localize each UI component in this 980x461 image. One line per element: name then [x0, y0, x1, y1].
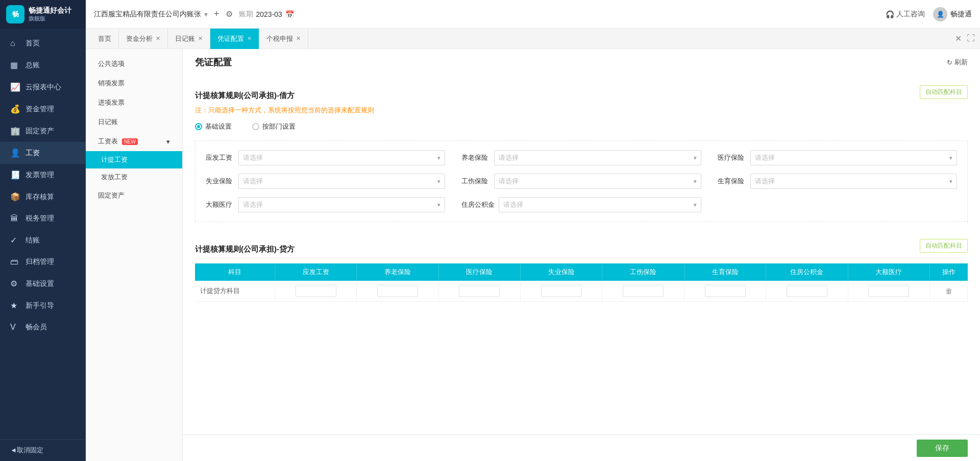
sidebar-item-funds[interactable]: 💰 资金管理	[0, 98, 86, 120]
sidebar-item-archive[interactable]: 🗃 归档管理	[0, 251, 86, 273]
bottom-bar: 保存	[183, 434, 980, 461]
select-ying-fa-gongzi[interactable]: 请选择 ▾	[238, 150, 445, 165]
settings-icon[interactable]: ⚙	[226, 9, 233, 19]
field-da-e: 大额医疗 请选择 ▾	[206, 197, 445, 212]
sidebar-item-guide[interactable]: ★ 新手引导	[0, 295, 86, 317]
select-yang-lao-placeholder: 请选择	[499, 153, 519, 162]
left-panel-calculate-salary[interactable]: 计提工资	[86, 151, 182, 168]
sidebar-item-inventory[interactable]: 📦 库存核算	[0, 186, 86, 208]
content-area: 公共选项 销项发票 进项发票 日记账 工资表 NEW ▾ 计提工资	[86, 49, 980, 461]
auto-match-credit-button[interactable]: 自动匹配科目	[920, 239, 968, 253]
sidebar-label-tax: 税务管理	[26, 214, 54, 223]
cell-yang-lao-input	[357, 281, 438, 302]
cancel-pin-label: ◄取消固定	[10, 446, 43, 455]
sidebar-label-reports: 云报表中心	[26, 83, 61, 92]
dropdown-arrow: ▾	[949, 155, 952, 161]
sidebar-item-basic[interactable]: ⚙ 基础设置	[0, 273, 86, 295]
credit-section: 计提核算规则(公司承担)-贷方 自动匹配科目 科目 应发工资 养老保险 医疗保险	[195, 234, 968, 302]
refresh-icon: ↻	[947, 59, 952, 66]
input-shi-ye[interactable]	[541, 285, 582, 297]
input-sheng-yu[interactable]	[705, 285, 746, 297]
tab-tax-report[interactable]: 个税申报 ✕	[259, 29, 308, 49]
sidebar-item-ledger[interactable]: ▦ 总账	[0, 54, 86, 76]
inventory-icon: 📦	[10, 192, 20, 202]
tab-home-label: 首页	[98, 34, 111, 43]
tab-voucher-config[interactable]: 凭证配置 ✕	[210, 29, 259, 49]
select-shi-ye-placeholder: 请选择	[243, 177, 263, 186]
close-tax-report[interactable]: ✕	[296, 35, 301, 42]
input-yang-lao[interactable]	[377, 285, 418, 297]
select-gong-shang[interactable]: 请选择 ▾	[494, 174, 701, 189]
logo-sub: 旗舰版	[29, 15, 71, 22]
credit-section-title: 计提核算规则(公司承担)-贷方	[195, 245, 295, 254]
left-panel-public[interactable]: 公共选项	[86, 54, 182, 74]
debit-section-title: 计提核算规则(公司承担)-借方	[195, 91, 295, 101]
sidebar-label-vip: 畅会员	[26, 323, 47, 332]
cancel-pin-button[interactable]: ◄取消固定	[0, 439, 86, 461]
input-yi-liao[interactable]	[459, 285, 500, 297]
company-selector[interactable]: 江西服宝精品有限责任公司内账张 ▾	[94, 10, 208, 19]
sidebar-item-tax[interactable]: 🏛 税务管理	[0, 208, 86, 229]
tab-funds-analysis[interactable]: 资金分析 ✕	[119, 29, 168, 49]
left-panel-fixed-assets[interactable]: 固定资产	[86, 186, 182, 205]
select-shi-ye[interactable]: 请选择 ▾	[238, 174, 445, 189]
field-yi-liao: 医疗保险 请选择 ▾	[718, 150, 957, 165]
input-zhu-fang[interactable]	[787, 285, 827, 297]
sidebar-item-home[interactable]: ⌂ 首页	[0, 33, 86, 54]
cell-ying-fa-input	[275, 281, 356, 302]
auto-match-debit-button[interactable]: 自动匹配科目	[920, 85, 968, 99]
input-gong-shang[interactable]	[623, 285, 664, 297]
sidebar-item-settlement[interactable]: ✓ 结账	[0, 229, 86, 251]
sidebar-item-vip[interactable]: V 畅会员	[0, 317, 86, 338]
left-panel-pay-salary[interactable]: 发放工资	[86, 168, 182, 186]
period-value: 2023-03	[256, 10, 282, 18]
col-subject: 科目	[195, 263, 275, 281]
close-journal[interactable]: ✕	[198, 35, 203, 42]
ledger-icon: ▦	[10, 60, 20, 70]
sidebar-label-settlement: 结账	[26, 236, 40, 245]
left-panel-salary-table[interactable]: 工资表 NEW ▾	[86, 132, 182, 151]
save-button[interactable]: 保存	[917, 440, 968, 457]
period-selector[interactable]: 账期 2023-03 📅	[239, 10, 294, 19]
select-zhu-fang[interactable]: 请选择 ▾	[499, 197, 701, 212]
delete-row-button[interactable]: 🗑	[945, 287, 952, 295]
add-account-button[interactable]: +	[214, 9, 219, 19]
tab-journal-label: 日记账	[175, 34, 195, 43]
right-content: 凭证配置 ↻ 刷新 计提核算规则(公司承担)-借方 自动匹配科目 注：只能选择一…	[183, 49, 980, 461]
page-header: 凭证配置 ↻ 刷新	[183, 49, 980, 72]
refresh-button[interactable]: ↻ 刷新	[947, 58, 968, 67]
input-ying-fa[interactable]	[296, 285, 336, 297]
debit-section: 计提核算规则(公司承担)-借方 自动匹配科目 注：只能选择一种方式，系统将按照您…	[195, 81, 968, 222]
input-da-e[interactable]	[868, 285, 909, 297]
refresh-label: 刷新	[954, 58, 968, 67]
tab-journal[interactable]: 日记账 ✕	[168, 29, 210, 49]
close-funds-analysis[interactable]: ✕	[156, 35, 160, 42]
close-voucher-config[interactable]: ✕	[247, 35, 252, 42]
sidebar-label-invoice-mgmt: 发票管理	[26, 171, 54, 180]
radio-basic[interactable]: 基础设置	[195, 122, 232, 131]
tab-home[interactable]: 首页	[91, 29, 119, 49]
sidebar-item-salary[interactable]: 👤 工资	[0, 142, 86, 164]
sidebar-item-invoice-mgmt[interactable]: 🧾 发票管理	[0, 164, 86, 186]
main-area: 江西服宝精品有限责任公司内账张 ▾ + ⚙ 账期 2023-03 📅 🎧 人工咨…	[86, 0, 980, 461]
select-da-e[interactable]: 请选择 ▾	[238, 197, 445, 212]
sidebar-label-salary: 工资	[26, 149, 40, 158]
sidebar-label-guide: 新手引导	[26, 301, 54, 310]
select-yi-liao[interactable]: 请选择 ▾	[750, 150, 957, 165]
close-tab-icon[interactable]: ✕	[955, 34, 962, 43]
page-title: 凭证配置	[195, 56, 232, 68]
cell-sheng-yu-input	[684, 281, 766, 302]
left-panel-purchase-invoice[interactable]: 进项发票	[86, 93, 182, 112]
sidebar-item-reports[interactable]: 📈 云报表中心	[0, 76, 86, 98]
left-panel-sales-invoice[interactable]: 销项发票	[86, 74, 182, 93]
sidebar-item-assets[interactable]: 🏢 固定资产	[0, 120, 86, 142]
company-name: 江西服宝精品有限责任公司内账张	[94, 10, 201, 19]
sidebar-label-assets: 固定资产	[26, 127, 54, 136]
select-yang-lao[interactable]: 请选择 ▾	[494, 150, 701, 165]
expand-icon[interactable]: ⛶	[967, 34, 975, 43]
service-button[interactable]: 🎧 人工咨询	[886, 10, 925, 19]
select-sheng-yu[interactable]: 请选择 ▾	[750, 174, 957, 189]
radio-department[interactable]: 按部门设置	[252, 122, 296, 131]
user-menu[interactable]: 👤 畅捷通	[933, 7, 972, 21]
left-panel-journal[interactable]: 日记账	[86, 112, 182, 132]
